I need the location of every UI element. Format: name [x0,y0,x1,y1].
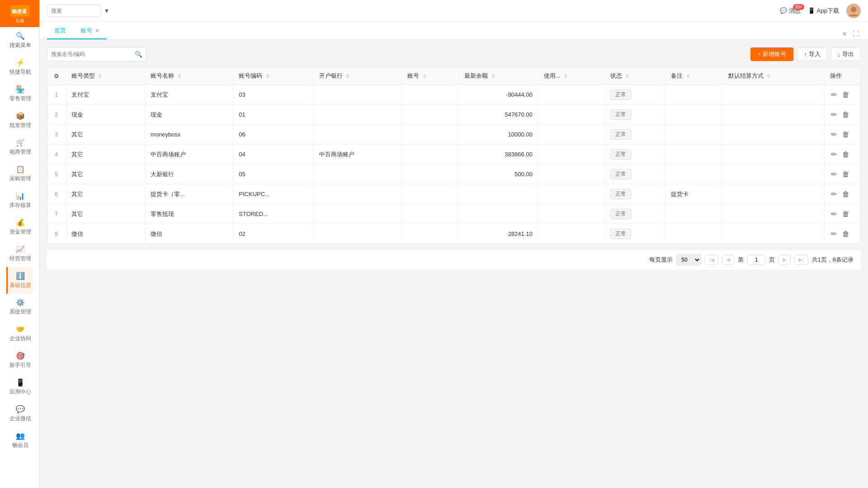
row-name: moneybosx [145,125,233,145]
row-balance [459,184,538,204]
export-button[interactable]: ↓ 导出 [831,47,861,61]
sidebar-item-operations[interactable]: 📈经营管理 [6,240,33,267]
sidebar-item-wholesale[interactable]: 📦批发管理 [6,107,33,134]
page-number-input[interactable] [747,255,765,265]
delete-btn[interactable]: 🗑 [841,130,850,140]
col-type[interactable]: 账号类型 ⇅ [66,67,145,85]
row-type: 其它 [66,184,145,204]
delete-btn[interactable]: 🗑 [841,169,850,179]
last-page-btn[interactable]: ▶| [794,255,808,265]
table-row: 4 其它 中百商场账户 04 中百商场账户 383866.00 正常 ✏ 🗑 [47,145,860,164]
sidebar-item-system[interactable]: ⚙️系统管理 [6,294,33,320]
app-download-button[interactable]: 📱 App下载 [808,7,839,15]
app-logo: 畅捷通 乐版 [0,0,39,27]
user-avatar[interactable] [846,4,861,18]
edit-btn[interactable]: ✏ [830,169,838,179]
col-status[interactable]: 状态 ⇅ [604,67,665,85]
row-num: 3 [47,125,66,145]
delete-btn[interactable]: 🗑 [841,229,850,239]
row-type: 其它 [66,204,145,224]
delete-btn[interactable]: 🗑 [841,90,850,100]
row-name: 提货卡（零... [145,184,233,204]
page-label-suffix: 页 [769,256,775,264]
edit-btn[interactable]: ✏ [830,229,838,239]
add-account-label: + 新增账号 [758,50,786,58]
tab-accounts[interactable]: 账号 ✕ [73,23,107,39]
svg-text:畅捷通: 畅捷通 [12,9,27,14]
message-icon: 💬 [780,7,787,14]
row-default-settlement [722,184,824,204]
row-balance: 547670.00 [459,105,538,125]
search-input[interactable] [51,51,135,57]
edit-btn[interactable]: ✏ [830,149,838,160]
page-size-select[interactable]: 50 100 200 [676,254,701,265]
col-default-settlement[interactable]: 默认结算方式 ⇅ [722,67,824,85]
quick-nav-icon: ⚡ [16,58,25,67]
sidebar-item-search[interactable]: 🔍搜索菜单 [6,27,33,54]
delete-btn[interactable]: 🗑 [841,110,850,120]
status-badge: 正常 [610,109,631,120]
col-code[interactable]: 账号编码 ⇅ [233,67,313,85]
edit-btn[interactable]: ✏ [830,189,838,199]
row-usage [538,105,604,125]
sidebar-item-cooperation[interactable]: 🤝企业协同 [6,320,33,347]
col-balance[interactable]: 最新余额 ⇅ [459,67,538,85]
tab-accounts-close[interactable]: ✕ [95,28,99,33]
row-usage [538,85,604,105]
export-icon: ↓ [838,51,841,58]
sidebar-item-basic-info[interactable]: ℹ️基础信息 [6,267,33,294]
edit-btn[interactable]: ✏ [830,109,838,120]
edit-btn[interactable]: ✏ [830,129,838,140]
row-notes: 提货卡 [665,184,722,204]
col-usage[interactable]: 使用... ⇅ [538,67,604,85]
sidebar-item-guide[interactable]: 🎯新手引导 [6,347,33,374]
next-page-btn[interactable]: ▶ [778,255,791,265]
edit-btn[interactable]: ✏ [830,209,838,219]
col-notes[interactable]: 备注 ⇅ [665,67,722,85]
add-account-button[interactable]: + 新增账号 [750,47,793,61]
sidebar-item-app-center[interactable]: 📱应用中心 [6,374,33,400]
window-maximize-btn[interactable]: ⛶ [851,28,861,39]
row-name: 现金 [145,105,233,125]
messages-button[interactable]: 💬 消息 99+ [780,7,801,15]
sidebar-item-purchase[interactable]: 📋采购管理 [6,160,33,187]
row-name: 微信 [145,224,233,244]
basic-info-icon: ℹ️ [16,272,25,280]
sidebar: 畅捷通 乐版 🔍搜索菜单⚡快捷导航🏪零售管理📦批发管理🛒电商管理📋采购管理📊库存… [0,0,40,488]
tab-accounts-label: 账号 [80,27,92,35]
delete-btn[interactable]: 🗑 [841,150,850,160]
sidebar-item-ecommerce[interactable]: 🛒电商管理 [6,134,33,160]
total-records: 共1页，8条记录 [812,256,854,264]
first-page-btn[interactable]: |◀ [705,255,718,265]
col-name[interactable]: 账号名称 ⇅ [145,67,233,85]
search-box: 🔍 [47,47,146,61]
sidebar-label-enterprise-wechat: 企业微信 [9,415,31,422]
top-search-input[interactable] [47,5,101,17]
search-icon[interactable]: 🔍 [135,51,142,58]
wholesale-icon: 📦 [16,112,25,120]
sidebar-item-finance[interactable]: 💰资金管理 [6,214,33,240]
col-bank[interactable]: 开户银行 ⇅ [313,67,401,85]
sidebar-item-enterprise-wechat[interactable]: 💬企业微信 [6,400,33,427]
sidebar-item-members[interactable]: 👥畅会员 [6,427,33,454]
tab-home-label: 首页 [54,27,66,35]
row-status: 正常 [604,145,665,164]
col-account[interactable]: 账号 ⇅ [402,67,459,85]
sidebar-item-inventory[interactable]: 📊库存核算 [6,187,33,214]
prev-page-btn[interactable]: ◀ [722,255,734,265]
sidebar-label-ecommerce: 电商管理 [9,148,31,156]
col-settings[interactable]: ⚙ [47,67,66,85]
window-close-btn[interactable]: ✕ [840,28,849,39]
delete-btn[interactable]: 🗑 [841,189,850,199]
inventory-icon: 📊 [16,192,25,200]
sidebar-item-retail[interactable]: 🏪零售管理 [6,80,33,107]
import-button[interactable]: ↑ 导入 [797,47,827,61]
page-content: 🔍 + 新增账号 ↑ 导入 ↓ 导出 [40,40,868,488]
tab-home[interactable]: 首页 [47,23,73,39]
row-notes [665,85,722,105]
dropdown-button[interactable]: ▾ [105,6,108,15]
delete-btn[interactable]: 🗑 [841,209,850,219]
row-type: 支付宝 [66,85,145,105]
sidebar-item-quick-nav[interactable]: ⚡快捷导航 [6,54,33,80]
edit-btn[interactable]: ✏ [830,89,838,100]
